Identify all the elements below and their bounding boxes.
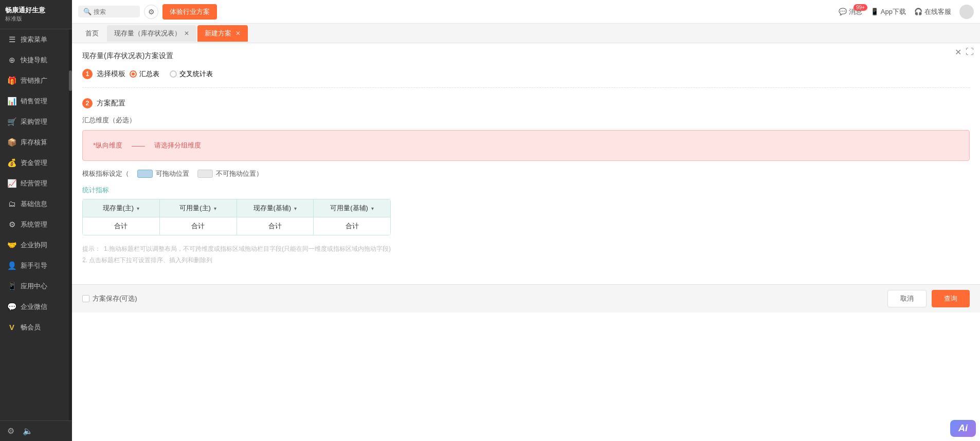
save-option-label: 方案保存(可选) — [93, 294, 137, 303]
search-input[interactable] — [94, 8, 135, 15]
sidebar-item-search[interactable]: ☰ 搜索菜单 — [0, 29, 72, 50]
col-3-value: 合计 — [237, 217, 314, 235]
tab-new-scheme[interactable]: 新建方案 ✕ — [197, 25, 248, 42]
radio-crosstab[interactable]: 交叉统计表 — [170, 69, 213, 79]
cancel-button[interactable]: 取消 — [887, 290, 927, 307]
ai-label: Ai — [958, 423, 968, 433]
sidebar-item-label: 销售管理 — [21, 97, 47, 106]
immovable-indicator: 不可拖动位置） — [197, 169, 263, 178]
bottom-bar: 方案保存(可选) 取消 查询 — [72, 284, 980, 313]
sidebar-item-marketing[interactable]: 🎁 营销推广 — [0, 70, 72, 91]
section1-header: 1 选择模板 汇总表 交叉统计表 — [82, 69, 970, 79]
sidebar-item-enterprise[interactable]: 🤝 企业协同 — [0, 235, 72, 255]
search-icon: 🔍 — [83, 8, 92, 15]
bottom-actions: 取消 查询 — [887, 290, 970, 307]
movable-label: 可拖动位置 — [156, 169, 189, 178]
app-download-button[interactable]: 📱 App下载 — [870, 7, 906, 16]
tab-new-scheme-close[interactable]: ✕ — [235, 30, 241, 37]
tab-new-scheme-label: 新建方案 — [205, 29, 231, 38]
expand-panel-button[interactable]: ⛶ — [966, 47, 974, 57]
newbie-icon: 👤 — [7, 261, 16, 270]
enterprise-icon: 🤝 — [7, 241, 16, 250]
sidebar-item-label: 采购管理 — [21, 117, 47, 126]
query-button[interactable]: 查询 — [932, 290, 970, 307]
movable-box — [137, 170, 153, 178]
sidebar-item-quicknav[interactable]: ⊕ 快捷导航 — [0, 50, 72, 70]
quicknav-icon: ⊕ — [7, 56, 16, 65]
section1-num: 1 — [82, 69, 93, 79]
sidebar-item-operations[interactable]: 📈 经营管理 — [0, 173, 72, 194]
sidebar-item-inventory[interactable]: 📦 库存核算 — [0, 132, 72, 153]
ai-badge[interactable]: Ai — [950, 420, 976, 437]
tab-inventory-close[interactable]: ✕ — [184, 30, 189, 37]
close-panel-button[interactable]: ✕ — [955, 47, 961, 57]
col-4-chevron: ▾ — [371, 206, 374, 211]
vip-icon: V — [7, 323, 16, 332]
sidebar-item-label: 新手引导 — [21, 261, 47, 270]
tab-inventory-label: 现存量（库存状况表） — [114, 29, 181, 38]
appstore-icon: 📱 — [7, 282, 16, 291]
section2-title: 方案配置 — [97, 99, 125, 108]
immovable-label: 不可拖动位置） — [216, 169, 263, 178]
section1-divider — [82, 87, 970, 88]
app-version: 标准版 — [5, 15, 67, 23]
save-checkbox[interactable] — [82, 295, 89, 302]
sidebar-item-sales[interactable]: 📊 销售管理 — [0, 91, 72, 112]
main-area: 🔍 ⚙ 体验行业方案 💬 消息 99+ 📱 App下载 🎧 在线客服 — [72, 0, 980, 441]
vertical-dim-placeholder[interactable]: 请选择分组维度 — [154, 141, 201, 150]
sidebar-item-newbie[interactable]: 👤 新手引导 — [0, 255, 72, 276]
template-indicator: 模板指标设定（ 可拖动位置 不可拖动位置） — [82, 169, 970, 178]
online-service-button[interactable]: 🎧 在线客服 — [914, 7, 951, 16]
sidebar-item-label: 基础信息 — [21, 199, 47, 209]
app-name: 畅康通好生意 — [5, 6, 67, 15]
col-3: 现存量(基辅) ▾ — [237, 199, 314, 217]
sidebar-item-purchase[interactable]: 🛒 采购管理 — [0, 112, 72, 132]
sidebar-item-label: 企业协同 — [21, 241, 47, 250]
col-2-body: 合计 — [160, 217, 237, 235]
mobile-icon: 📱 — [870, 8, 879, 15]
message-button[interactable]: 💬 消息 99+ — [839, 7, 862, 16]
sidebar-item-wechat[interactable]: 💬 企业微信 — [0, 297, 72, 317]
sidebar: 畅康通好生意 标准版 ☰ 搜索菜单 ⊕ 快捷导航 🎁 营销推广 📊 销售管理 🛒… — [0, 0, 72, 441]
tab-home[interactable]: 首页 — [78, 25, 106, 42]
sidebar-item-label: 资金管理 — [21, 158, 47, 168]
tab-inventory[interactable]: 现存量（库存状况表） ✕ — [107, 25, 196, 42]
topbar: 🔍 ⚙ 体验行业方案 💬 消息 99+ 📱 App下载 🎧 在线客服 — [72, 0, 980, 24]
speaker-icon[interactable]: 🔈 — [23, 426, 33, 436]
sidebar-item-label: 经营管理 — [21, 179, 47, 188]
col-2-head[interactable]: 可用量(主) ▾ — [160, 199, 237, 217]
col-3-head[interactable]: 现存量(基辅) ▾ — [237, 199, 314, 217]
vertical-dim-row: *纵向维度 —— 请选择分组维度 — [93, 141, 959, 150]
radio-summary-label: 汇总表 — [139, 69, 159, 79]
col-4: 可用量(基辅) ▾ — [314, 199, 390, 217]
sidebar-item-label: 搜索菜单 — [21, 35, 47, 44]
user-avatar[interactable] — [959, 5, 974, 19]
tabbar: 首页 现存量（库存状况表） ✕ 新建方案 ✕ — [72, 24, 980, 43]
marketing-icon: 🎁 — [7, 76, 16, 85]
online-service-label: 在线客服 — [924, 7, 951, 16]
tips-title-label: 提示： — [82, 244, 101, 255]
sidebar-item-appstore[interactable]: 📱 应用中心 — [0, 276, 72, 297]
col-4-head[interactable]: 可用量(基辅) ▾ — [314, 199, 390, 217]
vertical-dim-label: *纵向维度 — [93, 141, 122, 150]
trial-industry-button[interactable]: 体验行业方案 — [162, 4, 217, 20]
message-badge: 99+ — [854, 4, 867, 11]
sidebar-item-finance[interactable]: 💰 资金管理 — [0, 153, 72, 173]
topbar-search-box[interactable]: 🔍 — [78, 6, 140, 17]
col-2: 可用量(主) ▾ — [160, 199, 237, 217]
immovable-box — [197, 170, 213, 178]
sidebar-item-basic-info[interactable]: 🗂 基础信息 — [0, 194, 72, 214]
sidebar-item-system[interactable]: ⚙ 系统管理 — [0, 214, 72, 235]
radio-summary[interactable]: 汇总表 — [130, 69, 159, 79]
radio-summary-dot — [130, 70, 137, 78]
section2-header: 2 方案配置 — [82, 98, 970, 108]
operations-icon: 📈 — [7, 179, 16, 188]
col-1-head[interactable]: 现存量(主) ▾ — [83, 199, 159, 217]
tab-home-label: 首页 — [85, 29, 99, 38]
vertical-dim-area[interactable]: *纵向维度 —— 请选择分组维度 — [82, 130, 970, 161]
gear-button[interactable]: ⚙ — [144, 5, 158, 19]
settings-icon[interactable]: ⚙ — [7, 426, 14, 436]
sidebar-item-vip[interactable]: V 畅会员 — [0, 317, 72, 338]
col-1-value: 合计 — [83, 217, 159, 235]
col-3-label: 现存量(基辅) — [253, 204, 292, 213]
